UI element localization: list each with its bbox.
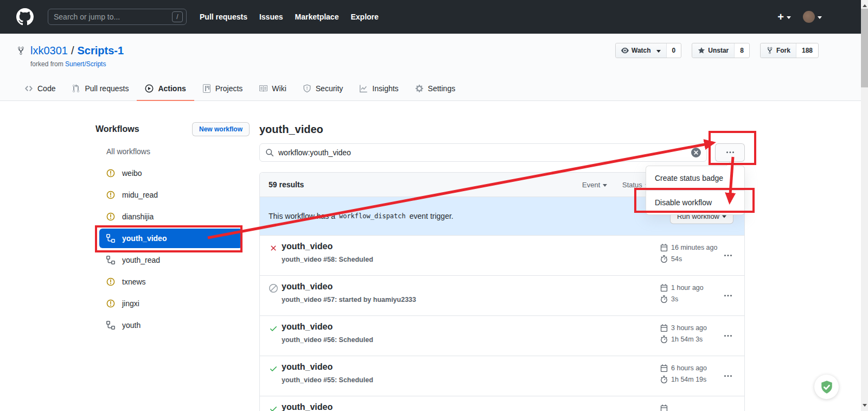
watch-button-group: Watch 0 [615, 43, 681, 58]
tab-wiki[interactable]: Wiki [251, 77, 294, 101]
clear-filter-icon[interactable] [691, 148, 701, 157]
book-icon [259, 84, 267, 93]
sidebar-item-dianshijia[interactable]: dianshijia [95, 206, 250, 227]
menu-item-create-status-badge[interactable]: Create status badge [646, 168, 744, 188]
event-filter-dropdown[interactable]: Event [582, 173, 607, 197]
tab-settings[interactable]: Settings [407, 77, 464, 101]
run-options-kebab-icon[interactable] [724, 372, 732, 381]
search-shortcut-hint: / [172, 11, 183, 22]
run-options-kebab-icon[interactable] [724, 251, 732, 260]
nav-issues[interactable]: Issues [259, 12, 283, 21]
watch-button[interactable]: Watch [616, 43, 666, 58]
watch-count[interactable]: 0 [666, 43, 681, 58]
tab-code[interactable]: Code [16, 77, 63, 101]
sidebar-item-all-workflows[interactable]: All workflows [95, 141, 250, 162]
workflow-icon [106, 234, 115, 243]
run-title-link[interactable]: youth_video [282, 282, 333, 292]
run-row-58: youth_video youth_video #58: Scheduled 1… [260, 235, 744, 275]
forked-from-note: forked from Sunert/Scripts [30, 60, 106, 68]
repo-forked-icon [16, 46, 25, 55]
run-title-link[interactable]: youth_video [282, 322, 333, 332]
repo-name-link[interactable]: Scripts-1 [78, 45, 124, 57]
run-title-link[interactable]: youth_video [282, 402, 333, 411]
run-row-55: youth_video youth_video #55: Scheduled 6… [260, 356, 744, 396]
sidebar-item-midu-read[interactable]: midu_read [95, 184, 250, 206]
run-title-link[interactable]: youth_video [282, 242, 333, 251]
nav-marketplace[interactable]: Marketplace [295, 12, 339, 21]
menu-item-disable-workflow[interactable]: Disable workflow [646, 193, 744, 212]
sidebar-item-youth-read[interactable]: youth_read [95, 249, 250, 271]
runs-filter-input[interactable] [278, 148, 687, 157]
repo-tabs: Code Pull requests Actions Projects Wiki… [16, 77, 463, 101]
project-icon [202, 84, 211, 93]
run-subtitle: youth_video #58: Scheduled [282, 256, 373, 263]
forked-from-text: forked from [30, 60, 65, 68]
repo-owner-link[interactable]: lxk0301 [30, 45, 68, 57]
caret-down-icon [603, 184, 607, 189]
stopwatch-icon [660, 295, 668, 303]
warning-icon [106, 191, 115, 199]
fork-button[interactable]: Fork [761, 43, 796, 58]
github-logo-icon[interactable] [16, 8, 34, 26]
eye-icon [621, 47, 629, 54]
nav-pull-requests[interactable]: Pull requests [200, 12, 247, 21]
workflow-options-button[interactable] [715, 143, 745, 162]
tab-pull-requests[interactable]: Pull requests [63, 77, 137, 101]
avatar[interactable] [803, 11, 815, 23]
star-button-group: Unstar 8 [692, 43, 750, 58]
scrollbar-thumb[interactable] [861, 9, 868, 87]
run-duration: 3s [671, 295, 678, 303]
create-new-dropdown[interactable]: + [777, 11, 791, 22]
tab-projects[interactable]: Projects [194, 77, 251, 101]
unstar-button[interactable]: Unstar [692, 43, 734, 58]
new-workflow-button[interactable]: New workflow [192, 122, 250, 136]
menu-divider [646, 190, 744, 191]
scrollbar-up-arrow[interactable] [863, 2, 867, 7]
tab-insights[interactable]: Insights [351, 77, 406, 101]
star-icon [698, 47, 705, 54]
run-time: 1 hour ago [671, 284, 704, 292]
tab-actions[interactable]: Actions [137, 77, 194, 101]
fork-count[interactable]: 188 [796, 43, 818, 58]
caret-down-icon [818, 16, 822, 21]
star-count[interactable]: 8 [734, 43, 749, 58]
workflows-title: Workflows [95, 124, 139, 134]
tab-security[interactable]: Security [295, 77, 352, 101]
nav-explore[interactable]: Explore [350, 12, 378, 21]
git-pull-request-icon [72, 84, 80, 93]
global-search-box[interactable]: / [48, 9, 187, 25]
run-duration: 54s [671, 255, 682, 263]
run-options-kebab-icon[interactable] [724, 332, 732, 340]
run-subtitle: youth_video #57: started by huamiyu2333 [282, 296, 416, 303]
adblock-shield-fab[interactable] [814, 375, 839, 399]
run-time: 16 minutes ago [671, 244, 717, 251]
global-search-input[interactable] [54, 12, 172, 21]
banner-text-before: This workflow has a [269, 212, 335, 220]
fork-button-group: Fork 188 [760, 43, 819, 58]
run-meta: 3 hours ago 1h 54m 3s [660, 322, 707, 345]
user-menu[interactable] [803, 11, 822, 23]
run-duration: 1h 54m 19s [671, 376, 706, 383]
header-right-controls: + [777, 11, 822, 23]
forked-from-link[interactable]: Sunert/Scripts [65, 60, 106, 68]
header-nav: Pull requests Issues Marketplace Explore [200, 12, 379, 21]
scrollbar-down-arrow[interactable] [863, 404, 867, 409]
sidebar-item-jingxi[interactable]: jingxi [95, 293, 250, 314]
vertical-scrollbar[interactable] [861, 0, 868, 411]
calendar-icon [660, 324, 668, 332]
repo-header: lxk0301 / Scripts-1 forked from Sunert/S… [0, 34, 861, 101]
run-options-kebab-icon[interactable] [724, 292, 732, 300]
warning-icon [106, 169, 115, 178]
calendar-icon [660, 364, 668, 372]
workflow-options-menu: Create status badge Disable workflow [646, 166, 745, 215]
sidebar-item-youth-video[interactable]: youth_video [99, 229, 242, 248]
banner-code: workflow_dispatch [339, 212, 406, 220]
run-row-57: youth_video youth_video #57: started by … [260, 275, 744, 315]
results-count: 59 results [269, 180, 304, 189]
runs-filter-box[interactable] [259, 143, 707, 162]
sidebar-item-weibo[interactable]: weibo [95, 162, 250, 184]
sidebar-item-txnews[interactable]: txnews [95, 271, 250, 293]
sidebar-item-youth[interactable]: youth [95, 314, 250, 336]
run-subtitle: youth_video #56: Scheduled [282, 336, 373, 344]
run-title-link[interactable]: youth_video [282, 362, 333, 372]
